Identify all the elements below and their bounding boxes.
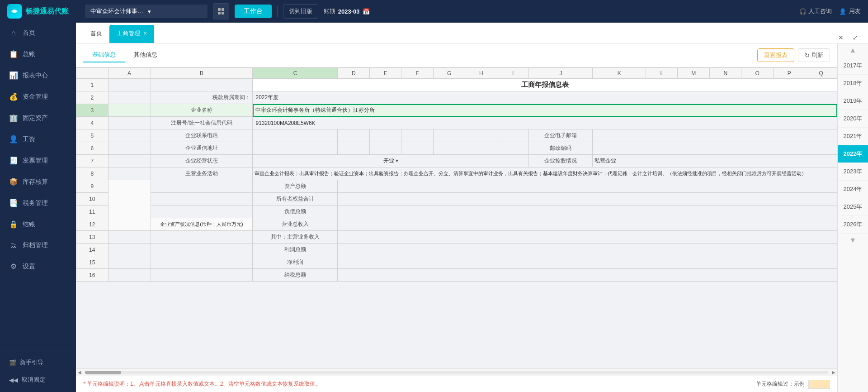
year-item-2018[interactable]: 2018年 xyxy=(838,75,868,92)
cell-10-d[interactable] xyxy=(338,193,837,206)
year-item-2023[interactable]: 2023年 xyxy=(838,163,868,181)
calendar-icon[interactable]: 📅 xyxy=(363,8,370,15)
cell-4-c[interactable]: 91320100MA208E5W6K xyxy=(253,117,837,129)
company-selector[interactable]: 中审众环会计师事务所（特殊普通合伙... ▾ xyxy=(85,5,208,18)
cell-11-c[interactable]: 负债总额 xyxy=(253,206,338,218)
cell-9-b[interactable] xyxy=(151,180,253,193)
cell-14-b[interactable] xyxy=(151,244,253,256)
cell-9-d[interactable] xyxy=(338,180,837,193)
cell-5-g[interactable] xyxy=(433,129,465,142)
year-item-2017[interactable]: 2017年 xyxy=(838,57,868,75)
cell-12-c[interactable]: 营业总收入 xyxy=(253,218,338,231)
cell-8-a[interactable] xyxy=(108,167,151,180)
sidebar-item-inventory[interactable]: 📦 库存核算 xyxy=(0,171,76,192)
expand-window-icon[interactable]: ⤢ xyxy=(850,32,861,43)
cell-6-e[interactable] xyxy=(369,142,401,155)
cell-14-a[interactable] xyxy=(108,244,151,256)
cell-2-c[interactable]: 2022年度 xyxy=(253,91,837,104)
cell-11-d[interactable] xyxy=(338,206,837,218)
year-item-2025[interactable]: 2025年 xyxy=(838,198,868,216)
sidebar-item-close[interactable]: 🔒 结账 xyxy=(0,214,76,235)
cell-16-d[interactable] xyxy=(338,269,837,282)
cell-8-c[interactable]: 审查企业会计报表；出具审计报告；验证企业资本；出具验资报告；办理企业合开、分立、… xyxy=(253,167,837,180)
cell-5-b[interactable]: 企业联系电话 xyxy=(151,129,253,142)
sidebar-item-fund[interactable]: 💰 资金管理 xyxy=(0,86,76,107)
cell-15-b[interactable] xyxy=(151,256,253,269)
service-button[interactable]: 🎧 人工咨询 xyxy=(799,7,832,15)
company-icon-btn[interactable] xyxy=(213,3,229,19)
cell-1-a[interactable] xyxy=(108,79,151,91)
scroll-left-arrow[interactable]: ◀ xyxy=(76,369,83,376)
cell-6-b[interactable]: 企业通信地址 xyxy=(151,142,253,155)
cell-9-a[interactable] xyxy=(108,180,151,231)
cell-3-c[interactable]: 中审众环会计师事务所（特殊普通合伙）江苏分所 xyxy=(253,104,837,117)
sidebar-item-report[interactable]: 📊 报表中心 xyxy=(0,65,76,86)
cell-12-d[interactable] xyxy=(338,218,837,231)
cell-6-a[interactable] xyxy=(108,142,151,155)
sub-tab-basic[interactable]: 基础信息 xyxy=(83,48,125,62)
cell-6-h[interactable] xyxy=(465,142,497,155)
tab-home[interactable]: 首页 xyxy=(83,25,109,43)
cell-5-f[interactable] xyxy=(401,129,434,142)
year-item-2024[interactable]: 2024年 xyxy=(838,181,868,198)
cell-5-i[interactable] xyxy=(497,129,529,142)
cell-5-a[interactable] xyxy=(108,129,151,142)
horizontal-scrollbar[interactable]: ◀ ▶ xyxy=(76,368,837,376)
cell-13-a[interactable] xyxy=(108,231,151,244)
cell-title[interactable]: 工商年报信息表 xyxy=(253,79,837,91)
cell-16-c[interactable]: 纳税总额 xyxy=(253,269,338,282)
cell-14-c[interactable]: 利润总额 xyxy=(253,244,338,256)
old-version-button[interactable]: 切到旧版 xyxy=(283,4,318,19)
sidebar-item-ledger[interactable]: 📋 总账 xyxy=(0,43,76,65)
new-guide-item[interactable]: 🎬 新手引导 xyxy=(0,354,76,371)
cell-9-c[interactable]: 资产总额 xyxy=(253,180,338,193)
cell-7-k[interactable]: 私营企业 xyxy=(593,155,837,167)
cell-5-d[interactable] xyxy=(338,129,370,142)
cell-16-a[interactable] xyxy=(108,269,151,282)
tab-close-icon[interactable]: × xyxy=(144,30,147,37)
cell-6-c[interactable] xyxy=(253,142,338,155)
cell-6-f[interactable] xyxy=(401,142,434,155)
year-item-2021[interactable]: 2021年 xyxy=(838,128,868,145)
cell-2-a[interactable] xyxy=(108,91,151,104)
cell-7-c[interactable]: 开业 ▾ xyxy=(253,155,529,167)
scroll-thumb[interactable] xyxy=(85,371,121,374)
cell-10-c[interactable]: 所有者权益合计 xyxy=(253,193,338,206)
cell-15-d[interactable] xyxy=(338,256,837,269)
sidebar-item-settings[interactable]: ⚙ 设置 xyxy=(0,256,76,277)
user-area[interactable]: 👤 用友 xyxy=(839,7,861,15)
sidebar-item-invoice[interactable]: 🧾 发票管理 xyxy=(0,150,76,171)
cell-5-e[interactable] xyxy=(369,129,401,142)
year-panel-down[interactable]: ▼ xyxy=(838,234,868,247)
cell-10-b[interactable] xyxy=(151,193,253,206)
cell-6-j[interactable]: 邮政编码 xyxy=(529,142,593,155)
cell-5-j[interactable]: 企业电子邮箱 xyxy=(529,129,593,142)
sidebar-item-home[interactable]: ⌂ 首页 xyxy=(0,23,76,43)
close-window-icon[interactable]: ✕ xyxy=(835,32,846,43)
cell-2-b[interactable]: 税款所属期间： xyxy=(151,91,253,104)
cell-7-a[interactable] xyxy=(108,155,151,167)
unpin-item[interactable]: ◀◀ 取消固定 xyxy=(0,371,76,388)
cell-6-d[interactable] xyxy=(338,142,370,155)
year-item-2019[interactable]: 2019年 xyxy=(838,92,868,110)
cell-14-d[interactable] xyxy=(338,244,837,256)
cell-3-a[interactable] xyxy=(108,104,151,117)
cell-5-k[interactable] xyxy=(593,129,837,142)
cell-11-b[interactable] xyxy=(151,206,253,218)
cell-15-a[interactable] xyxy=(108,256,151,269)
tab-commerce[interactable]: 工商管理 × xyxy=(109,25,154,43)
year-item-2020[interactable]: 2020年 xyxy=(838,110,868,128)
cell-8-b[interactable]: 主营业务活动 xyxy=(151,167,253,180)
cell-3-b[interactable]: 企业名称 xyxy=(151,104,253,117)
year-item-2022[interactable]: 2022年 xyxy=(838,145,868,163)
cell-6-i[interactable] xyxy=(497,142,529,155)
cell-12-b[interactable]: 企业资产状况信息(币种：人民币万元) xyxy=(151,218,253,231)
cell-13-b[interactable] xyxy=(151,231,253,244)
cell-13-d[interactable] xyxy=(338,231,837,244)
cell-7-b[interactable]: 企业经营状态 xyxy=(151,155,253,167)
cell-7-j[interactable]: 企业控股情况 xyxy=(529,155,593,167)
scroll-right-arrow[interactable]: ▶ xyxy=(830,369,837,376)
cell-6-k[interactable] xyxy=(593,142,837,155)
cell-5-c[interactable] xyxy=(253,129,338,142)
reset-button[interactable]: 重置报表 xyxy=(757,48,794,62)
